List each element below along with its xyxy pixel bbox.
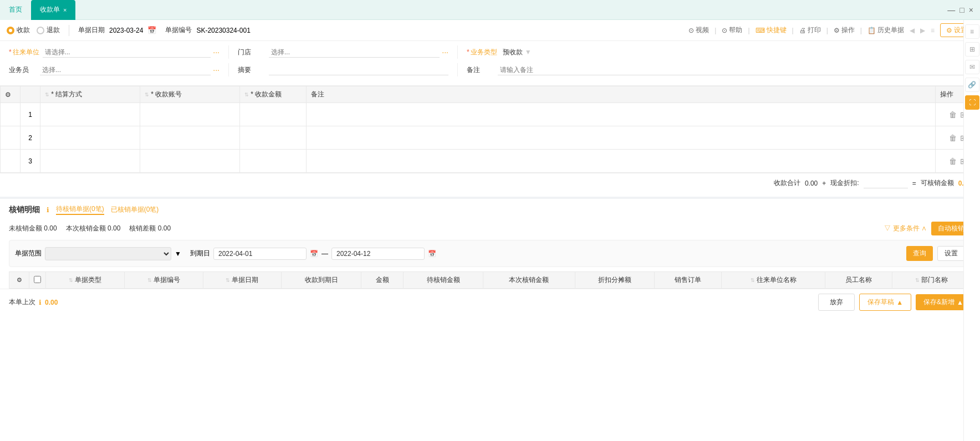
- sidebar-grid-icon[interactable]: ⊞: [965, 42, 979, 57]
- row-2-account[interactable]: [140, 126, 240, 150]
- row-3-account[interactable]: [140, 150, 240, 173]
- row-3-amount[interactable]: [240, 150, 307, 173]
- receipt-type-group: 收款 退款: [7, 25, 60, 35]
- staff-input[interactable]: [40, 65, 211, 75]
- staff-more-btn[interactable]: ···: [213, 65, 220, 74]
- cal-from-icon[interactable]: 📅: [310, 250, 318, 258]
- shortcut-btn[interactable]: ⌨ 快捷键: [756, 25, 787, 35]
- col-checkbox[interactable]: [29, 272, 46, 289]
- sidebar-email-icon[interactable]: ✉: [965, 60, 979, 74]
- save-new-dropdown-icon[interactable]: ▲: [957, 299, 963, 306]
- row-2-delete-icon[interactable]: 🗑: [949, 134, 957, 142]
- party-input[interactable]: [43, 47, 211, 58]
- info-carry-icon[interactable]: ℹ: [39, 299, 42, 306]
- due-date-from-input[interactable]: [213, 248, 307, 260]
- party-label: *往来单位: [9, 48, 39, 57]
- table-area: ⚙ ⇅ * 结算方式 ⇅ * 收款账号 ⇅ * 收款金额: [0, 86, 980, 197]
- calendar-icon[interactable]: 📅: [147, 26, 156, 34]
- col-dept-name: ⇅ 部门名称: [892, 272, 971, 289]
- history-btn[interactable]: 📋 历史单据: [867, 25, 904, 35]
- sidebar-scan-icon[interactable]: ⛶: [965, 95, 979, 110]
- row-2-amount[interactable]: [240, 126, 307, 150]
- verify-info-icon[interactable]: ℹ: [47, 206, 49, 214]
- staff-field: 业务员 ···: [9, 65, 220, 75]
- range-dropdown[interactable]: [45, 247, 171, 260]
- store-input[interactable]: [269, 47, 440, 58]
- select-all-checkbox[interactable]: [34, 276, 41, 283]
- row-3-delete-icon[interactable]: 🗑: [949, 157, 957, 166]
- row-1-delete-icon[interactable]: 🗑: [949, 110, 957, 119]
- done-tab[interactable]: 已核销单据(0笔): [111, 205, 159, 214]
- close-button[interactable]: ×: [969, 6, 973, 14]
- more-conditions-btn[interactable]: ▽ 更多条件 ∧: [884, 224, 927, 233]
- carry-label: 本单上次: [9, 298, 35, 307]
- tab-home[interactable]: 首页: [0, 0, 31, 20]
- remark-input[interactable]: [498, 65, 971, 75]
- row-1-setting: [1, 103, 21, 126]
- verify-setting-btn[interactable]: 设置: [937, 246, 965, 261]
- row-2-pay-method[interactable]: [40, 126, 140, 150]
- dropdown-arrow-icon: ▼: [175, 250, 181, 258]
- row-1-num: 1: [21, 103, 40, 126]
- history-icon: 📋: [867, 27, 876, 34]
- party-more-btn[interactable]: ···: [213, 48, 220, 57]
- toolbar: 收款 退款 单据日期 2023-03-24 📅 单据编号 SK-20230324…: [0, 20, 980, 41]
- main-content: 收款 退款 单据日期 2023-03-24 📅 单据编号 SK-20230324…: [0, 20, 980, 441]
- tab-receipt[interactable]: 收款单 ×: [31, 0, 75, 20]
- cal-to-icon[interactable]: 📅: [428, 250, 436, 258]
- col-account: ⇅ * 收款账号: [140, 86, 240, 103]
- print-icon: 🖨: [799, 27, 806, 34]
- discount-input[interactable]: [864, 178, 908, 188]
- plus-sign: +: [822, 180, 826, 187]
- maximize-button[interactable]: □: [959, 6, 964, 14]
- date-range-dash: —: [321, 250, 328, 258]
- sidebar-table-icon[interactable]: ≡: [965, 24, 979, 39]
- help-btn[interactable]: ⊙ 帮助: [722, 25, 742, 35]
- save-draft-btn[interactable]: 保存草稿 ▲: [859, 294, 911, 311]
- radio-receive[interactable]: 收款: [7, 25, 30, 35]
- nav-prev-icon[interactable]: ◀: [910, 27, 915, 34]
- row-3-pay-method[interactable]: [40, 150, 140, 173]
- summary-input[interactable]: [269, 65, 448, 75]
- row-2-remark[interactable]: [307, 126, 936, 150]
- video-btn[interactable]: ⊙ 视频: [688, 25, 709, 35]
- pending-tab[interactable]: 待核销单据(0笔): [56, 204, 104, 215]
- layout-icon[interactable]: ≡: [931, 27, 935, 34]
- operation-btn[interactable]: ⚙ 操作: [834, 25, 855, 35]
- business-type-label: *业务类型: [467, 48, 497, 57]
- save-draft-dropdown-icon[interactable]: ▲: [896, 299, 903, 306]
- minimize-button[interactable]: —: [947, 6, 955, 14]
- range-label: 单据范围: [15, 249, 42, 258]
- due-date-to-input[interactable]: [331, 248, 425, 260]
- query-btn[interactable]: 查询: [906, 246, 933, 261]
- range-select-field: 单据范围 ▼: [15, 247, 181, 260]
- row-1-amount[interactable]: [240, 103, 307, 126]
- row-1-pay-method[interactable]: [40, 103, 140, 126]
- row-1-remark[interactable]: [307, 103, 936, 126]
- col-remark: 备注: [307, 86, 936, 103]
- discard-btn[interactable]: 放弃: [818, 294, 855, 311]
- diff-stat: 核销差额 0.00: [129, 224, 171, 233]
- row-1-account[interactable]: [140, 103, 240, 126]
- discount-label: 现金折扣:: [830, 178, 859, 188]
- col-bill-date: ⇅ 单据日期: [203, 272, 282, 289]
- col-num: [21, 86, 40, 103]
- carry-value: 0.00: [45, 299, 58, 306]
- form-row-1: *往来单位 ··· 门店 ··· *业务类型 预收款 ▼: [9, 45, 971, 59]
- print-btn[interactable]: 🖨 打印: [799, 25, 821, 35]
- row-3-remark[interactable]: [307, 150, 936, 173]
- carry-over-field: 本单上次 ℹ 0.00: [9, 298, 58, 307]
- table-settings-icon[interactable]: ⚙: [5, 91, 11, 99]
- col-settings-bottom[interactable]: ⚙: [9, 272, 29, 289]
- tab-close-icon[interactable]: ×: [63, 7, 67, 13]
- col-current-verify: 本次核销金额: [483, 272, 575, 289]
- radio-refund[interactable]: 退款: [37, 25, 60, 35]
- save-new-btn[interactable]: 保存&新增 ▲: [916, 294, 971, 310]
- sidebar-link-icon[interactable]: 🔗: [965, 78, 979, 92]
- business-type-dropdown[interactable]: ▼: [525, 48, 532, 56]
- form-row-2: 业务员 ··· 摘要 备注: [9, 63, 971, 76]
- col-settings[interactable]: ⚙: [1, 86, 21, 103]
- store-more-btn[interactable]: ···: [442, 48, 448, 57]
- nav-next-icon[interactable]: ▶: [920, 27, 925, 34]
- col-bill-num: ⇅ 单据编号: [124, 272, 203, 289]
